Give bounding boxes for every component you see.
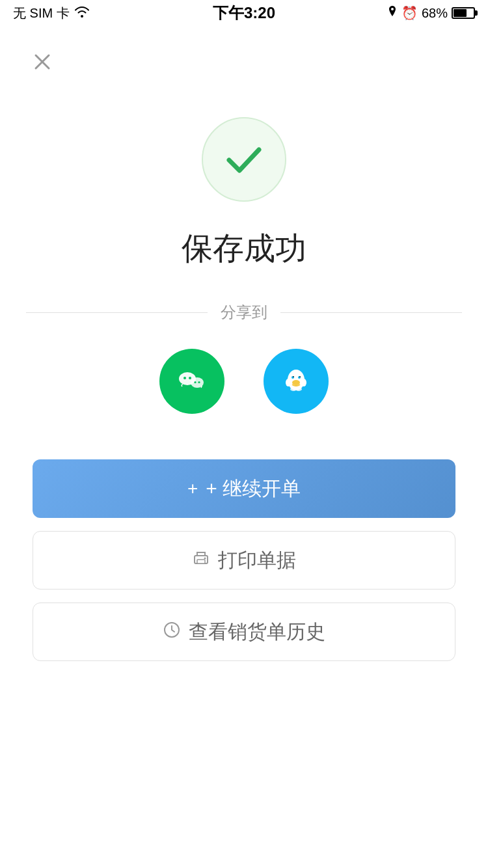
svg-point-6 [194,381,196,383]
continue-order-label: + 继续开单 [206,476,301,502]
svg-point-19 [295,387,302,391]
history-label: 查看销货单历史 [189,619,325,645]
svg-point-4 [183,377,186,379]
status-time: 下午3:20 [213,3,275,23]
printer-icon [192,549,210,572]
share-icons-row [26,349,462,414]
svg-point-14 [299,376,301,377]
share-qq-button[interactable] [264,349,329,414]
alarm-icon: ⏰ [401,5,418,21]
status-bar: 无 SIM 卡 下午3:20 ⏰ 68% [0,0,488,26]
battery-icon [452,7,475,19]
wifi-icon [75,6,89,21]
sim-indicator: 无 SIM 卡 [13,5,70,22]
svg-point-17 [301,379,306,387]
main-content: 保存成功 分享到 [0,26,488,868]
status-left: 无 SIM 卡 [13,5,89,22]
share-label: 分享到 [221,302,267,323]
svg-point-15 [292,380,300,385]
divider-left [26,312,208,313]
svg-point-12 [293,376,294,377]
battery-fill [454,9,467,17]
svg-point-5 [189,377,191,379]
status-right: ⏰ 68% [387,5,475,21]
history-icon [163,621,181,644]
share-wechat-button[interactable] [159,349,224,414]
print-button[interactable]: 打印单据 [33,531,455,590]
battery-percent: 68% [422,6,448,21]
share-divider: 分享到 [26,302,462,323]
action-buttons: + + 继续开单 打印单据 [26,459,462,661]
close-button[interactable] [26,46,59,78]
view-history-button[interactable]: 查看销货单历史 [33,603,455,661]
plus-icon: + [187,478,198,499]
checkmark-icon [221,137,267,182]
location-icon [387,6,398,21]
svg-rect-21 [197,560,205,563]
success-title: 保存成功 [182,228,306,269]
divider-right [280,312,462,313]
svg-point-7 [198,381,200,383]
qq-icon [278,363,314,400]
svg-point-22 [204,557,206,559]
wechat-icon [174,363,210,400]
svg-point-16 [286,379,291,387]
continue-order-button[interactable]: + + 继续开单 [33,459,455,518]
success-section: 保存成功 分享到 [26,117,462,661]
success-icon-circle [202,117,286,202]
print-label: 打印单据 [218,547,296,574]
